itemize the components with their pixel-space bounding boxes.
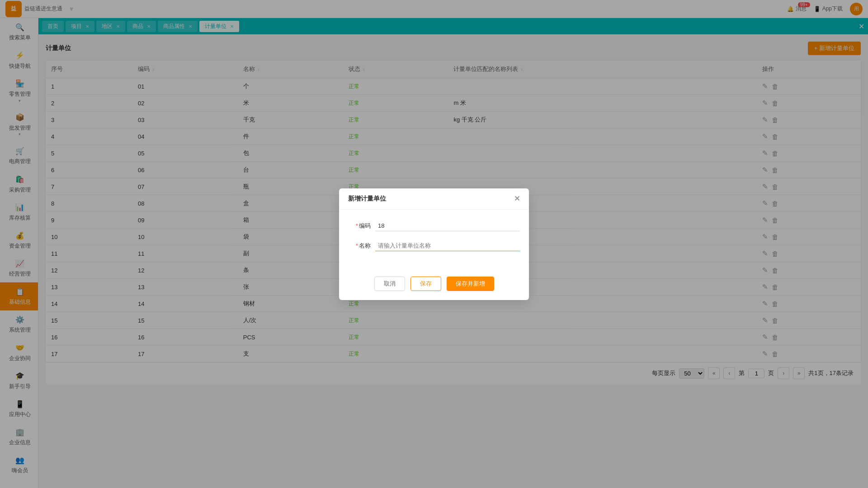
modal-title: 新增计量单位 [348, 195, 386, 203]
name-form-row: *名称 [348, 240, 520, 251]
modal-overlay[interactable]: 新增计量单位 ✕ *编码 *名称 取消 保存 保存并新增 [0, 0, 868, 488]
code-input[interactable] [375, 221, 520, 231]
code-required: * [356, 222, 358, 229]
name-label: *名称 [348, 242, 371, 250]
code-form-row: *编码 [348, 221, 520, 231]
modal-header: 新增计量单位 ✕ [339, 188, 529, 210]
modal-footer: 取消 保存 保存并新增 [339, 271, 529, 300]
name-required: * [356, 242, 358, 249]
name-input[interactable] [375, 240, 520, 251]
modal-body: *编码 *名称 [339, 210, 529, 271]
save-button[interactable]: 保存 [410, 277, 441, 291]
modal: 新增计量单位 ✕ *编码 *名称 取消 保存 保存并新增 [339, 188, 529, 300]
save-new-button[interactable]: 保存并新增 [447, 277, 494, 291]
modal-close-button[interactable]: ✕ [514, 195, 520, 202]
cancel-button[interactable]: 取消 [374, 277, 405, 291]
code-label: *编码 [348, 222, 371, 230]
